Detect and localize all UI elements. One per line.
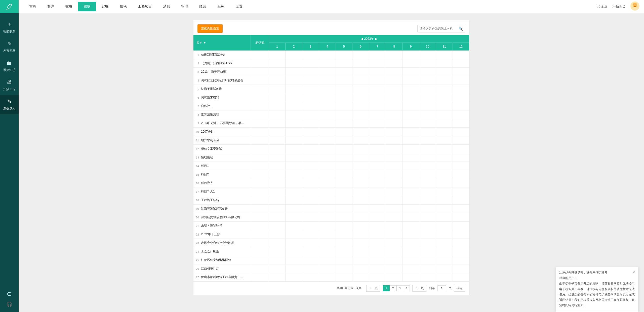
month-cell[interactable] <box>369 136 386 144</box>
month-cell[interactable] <box>302 93 319 102</box>
month-cell[interactable] <box>336 222 352 230</box>
month-cell[interactable] <box>386 59 403 67</box>
customer-name-cell[interactable]: 2013日记账（不要删除哈，谢… <box>200 121 251 125</box>
month-cell[interactable] <box>286 145 302 153</box>
page-jump-input[interactable] <box>437 285 446 291</box>
month-cell[interactable] <box>386 128 403 136</box>
category-settings-button[interactable]: 票据类别设置 <box>197 24 223 33</box>
month-cell[interactable] <box>269 102 286 110</box>
page-next-button[interactable]: 下一页 <box>412 285 426 292</box>
year-prev-icon[interactable]: ◀ <box>361 37 363 41</box>
month-cell[interactable] <box>369 145 386 153</box>
month-cell[interactable] <box>453 51 469 59</box>
month-cell[interactable] <box>453 273 469 281</box>
month-cell[interactable] <box>419 119 436 127</box>
month-cell[interactable] <box>286 273 302 281</box>
month-cell[interactable] <box>419 247 436 256</box>
month-cell[interactable] <box>436 230 453 239</box>
month-col-5[interactable]: 5 <box>336 43 352 50</box>
month-cell[interactable] <box>436 93 453 102</box>
month-cell[interactable] <box>403 128 419 136</box>
month-cell[interactable] <box>302 230 319 239</box>
month-cell[interactable] <box>453 59 469 67</box>
month-cell[interactable] <box>403 68 419 76</box>
month-cell[interactable] <box>336 119 352 127</box>
month-cell[interactable] <box>369 85 386 93</box>
month-cell[interactable] <box>319 273 336 281</box>
month-cell[interactable] <box>436 222 453 230</box>
month-cell[interactable] <box>436 145 453 153</box>
month-cell[interactable] <box>436 110 453 119</box>
month-cell[interactable] <box>453 264 469 273</box>
month-cell[interactable] <box>403 222 419 230</box>
month-col-8[interactable]: 8 <box>386 43 403 50</box>
month-cell[interactable] <box>336 153 352 162</box>
month-cell[interactable] <box>286 136 302 144</box>
month-cell[interactable] <box>336 239 352 247</box>
month-cell[interactable] <box>286 205 302 213</box>
sidebar-item-0[interactable]: ＋智能取票 <box>0 17 19 37</box>
customer-name-cell[interactable]: 温州畅捷通信息服务有限公司 <box>200 215 251 219</box>
member-button[interactable]: ▷ 畅会员 <box>612 4 625 9</box>
month-cell[interactable] <box>286 93 302 102</box>
month-col-9[interactable]: 9 <box>403 43 419 50</box>
month-cell[interactable] <box>453 119 469 127</box>
nav-item-2[interactable]: 收费 <box>60 2 78 11</box>
monitor-icon[interactable]: 🖵 <box>7 292 12 297</box>
month-cell[interactable] <box>336 76 352 85</box>
month-cell[interactable] <box>386 102 403 110</box>
month-cell[interactable] <box>336 110 352 119</box>
month-cell[interactable] <box>403 264 419 273</box>
month-cell[interactable] <box>369 196 386 204</box>
month-cell[interactable] <box>386 247 403 256</box>
search-input[interactable] <box>420 27 459 30</box>
month-cell[interactable] <box>302 59 319 67</box>
month-cell[interactable] <box>302 102 319 110</box>
app-logo[interactable] <box>0 0 19 13</box>
nav-item-7[interactable]: 消息 <box>157 2 176 11</box>
month-cell[interactable] <box>403 59 419 67</box>
month-cell[interactable] <box>269 119 286 127</box>
month-cell[interactable] <box>269 59 286 67</box>
month-cell[interactable] <box>386 136 403 144</box>
month-cell[interactable] <box>319 196 336 204</box>
month-cell[interactable] <box>419 196 436 204</box>
month-cell[interactable] <box>336 273 352 281</box>
month-cell[interactable] <box>419 110 436 119</box>
month-cell[interactable] <box>369 128 386 136</box>
month-cell[interactable] <box>302 51 319 59</box>
month-cell[interactable] <box>386 170 403 179</box>
month-cell[interactable] <box>386 153 403 162</box>
month-cell[interactable] <box>302 264 319 273</box>
month-cell[interactable] <box>403 51 419 59</box>
month-cell[interactable] <box>352 179 369 187</box>
month-cell[interactable] <box>419 256 436 264</box>
month-cell[interactable] <box>336 256 352 264</box>
month-cell[interactable] <box>453 85 469 93</box>
customer-name-cell[interactable]: 科目导入 <box>200 181 251 185</box>
month-cell[interactable] <box>352 59 369 67</box>
month-cell[interactable] <box>319 247 336 256</box>
month-cell[interactable] <box>352 256 369 264</box>
month-cell[interactable] <box>302 85 319 93</box>
page-prev-button[interactable]: 上一页 <box>366 285 380 292</box>
month-cell[interactable] <box>286 247 302 256</box>
month-cell[interactable] <box>419 136 436 144</box>
month-cell[interactable] <box>403 179 419 187</box>
month-col-10[interactable]: 10 <box>419 43 436 50</box>
sidebar-item-2[interactable]: 🖿票据汇总 <box>0 57 19 76</box>
customer-name-cell[interactable]: 2007会计 <box>200 130 251 134</box>
month-cell[interactable] <box>269 187 286 196</box>
month-cell[interactable] <box>302 110 319 119</box>
month-col-12[interactable]: 12 <box>453 43 469 50</box>
month-cell[interactable] <box>302 247 319 256</box>
month-cell[interactable] <box>386 213 403 221</box>
month-cell[interactable] <box>352 153 369 162</box>
month-cell[interactable] <box>352 136 369 144</box>
month-cell[interactable] <box>352 93 369 102</box>
customer-name-cell[interactable]: 江都区仙女镇泡泡面馆 <box>200 258 251 262</box>
month-cell[interactable] <box>419 222 436 230</box>
month-cell[interactable] <box>386 239 403 247</box>
month-cell[interactable] <box>419 264 436 273</box>
month-cell[interactable] <box>302 119 319 127</box>
